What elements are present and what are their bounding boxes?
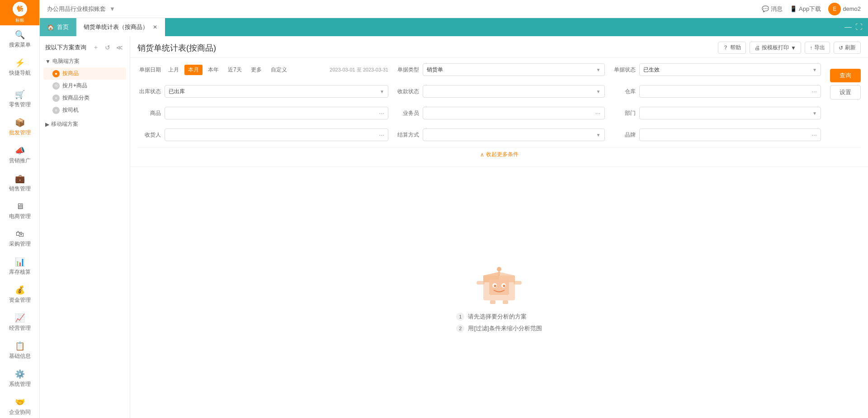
date-btn-this-month[interactable]: 本月 [184,65,203,75]
filter-group-warehouse: 仓库 ··· [612,85,821,98]
sidebar-item-basic[interactable]: 📋 基础信息 [0,337,39,365]
brand-more-icon[interactable]: ··· [811,131,817,138]
collapse-label: 收起更多条件 [486,151,519,158]
receiver-more-icon[interactable]: ··· [379,131,384,138]
sidebar-item-marketing[interactable]: 📣 营销推广 [0,141,39,169]
collapse-panel-btn[interactable]: ≪ [114,43,124,52]
date-label: 单据日期 [137,66,161,74]
salesperson-label: 业务员 [396,109,419,117]
sidebar-item-sales[interactable]: 💼 销售管理 [0,169,39,197]
ecommerce-icon: 🖥 [16,202,24,211]
tab-home[interactable]: 🏠 首页 [40,18,76,36]
svg-point-7 [503,285,505,287]
doc-type-dropdown-icon: ▼ [596,67,601,72]
user-area[interactable]: E demo2 [828,3,861,15]
receipt-status-control[interactable]: ▼ [423,85,605,98]
minimize-btn[interactable]: — [844,23,852,31]
receiver-control[interactable]: ··· [165,128,388,141]
sidebar-item-inventory[interactable]: 📊 库存核算 [0,252,39,280]
inventory-icon: 📊 [15,257,25,267]
sidebar-item-cooperation[interactable]: 🤝 企业协同 [0,393,39,418]
filter-group-doc-type: 单据类型 销货单 ▼ [396,63,605,76]
sidebar-item-retail[interactable]: 🛒 零售管理 [0,85,39,113]
industry-dropdown-icon[interactable]: ▼ [109,5,115,12]
message-btn[interactable]: 💬 消息 [762,5,783,13]
print-dropdown-icon: ▼ [791,45,796,51]
search-btn[interactable]: 查询 [830,69,861,82]
date-range-display: 2023-03-01 至 2023-03-31 [330,66,388,73]
sidebar-item-quicknav[interactable]: ⚡ 快捷导航 [0,53,39,81]
warehouse-control[interactable]: ··· [639,85,821,98]
by-cashier-label: 按司机 [62,106,79,114]
mobile-group-title[interactable]: ▶ 移动端方案 [43,118,126,130]
panel-item-by-category[interactable]: ≡ 按商品分类 [43,92,126,104]
doc-status-value: 已生效 [643,66,660,74]
close-tab-btn[interactable]: ✕ [153,24,157,30]
svg-rect-13 [514,281,522,285]
empty-hint-1: 1 请先选择要分析的方案 [456,313,542,321]
page-inner: 按以下方案查询 ＋ ↺ ≪ ▼ 电脑端方案 ● 按商品 [40,36,868,418]
page-content: 按以下方案查询 ＋ ↺ ≪ ▼ 电脑端方案 ● 按商品 [40,36,868,418]
date-btn-last-month[interactable]: 上月 [165,65,183,75]
topbar-left: 办公用品行业模拟账套 ▼ [47,5,115,13]
department-label: 部门 [612,109,636,117]
product-control[interactable]: ··· [165,107,388,119]
collapse-more-btn[interactable]: ∧ 收起更多条件 [137,147,861,161]
add-scheme-btn[interactable]: ＋ [91,43,101,52]
tab-sales-stats[interactable]: 销货单统计表（按商品） ✕ [76,18,165,36]
sidebar-item-finance[interactable]: 💰 资金管理 [0,280,39,309]
settings-btn[interactable]: 设置 [830,85,861,100]
print-btn[interactable]: 🖨 按模板打印 ▼ [750,42,801,54]
brand-label: 品牌 [612,131,636,139]
department-dropdown-icon: ▼ [812,111,817,116]
doc-status-label: 单据状态 [612,66,636,74]
maximize-btn[interactable]: ⛶ [855,23,863,31]
panel-item-by-product[interactable]: ● 按商品 [43,67,126,80]
filter-row-1: 单据日期 上月 本月 本年 近7天 更多 自定义 [137,63,821,76]
sidebar-item-purchase[interactable]: 🛍 采购管理 [0,225,39,252]
help-btn[interactable]: ？ 帮助 [718,42,746,54]
refresh-scheme-btn[interactable]: ↺ [103,43,113,52]
filter-area: 单据日期 上月 本月 本年 近7天 更多 自定义 [130,58,868,167]
filter-group-product: 商品 ··· [137,107,388,119]
sidebar-item-system[interactable]: ⚙️ 系统管理 [0,365,39,393]
svg-point-9 [497,267,501,271]
wholesale-icon: 📦 [15,118,25,128]
date-btn-this-year[interactable]: 本年 [204,65,222,75]
salesperson-control[interactable]: ··· [423,107,605,119]
sidebar-item-wholesale[interactable]: 📦 批发管理 [0,113,39,141]
refresh-btn[interactable]: ↺ 刷新 [834,42,861,54]
department-control[interactable]: ▼ [639,107,821,119]
doc-type-label: 单据类型 [396,66,419,74]
sidebar-item-search[interactable]: 🔍 搜索菜单 [0,25,39,53]
purchase-icon: 🛍 [16,229,24,239]
app-download-btn[interactable]: 📱 App下载 [790,5,821,13]
warehouse-more-icon[interactable]: ··· [811,88,817,95]
sidebar-item-operation[interactable]: 📈 经营管理 [0,309,39,337]
right-content: 销货单统计表(按商品) ？ 帮助 🖨 按模板打印 ▼ ↑ [130,36,868,418]
product-more-icon[interactable]: ··· [379,109,384,117]
salesperson-more-icon[interactable]: ··· [595,109,601,117]
payment-control[interactable]: ▼ [423,128,605,141]
sidebar-item-ecommerce[interactable]: 🖥 电商管理 [0,197,39,225]
panel-header: 按以下方案查询 ＋ ↺ ≪ [43,40,126,55]
panel-item-by-month-product[interactable]: ㊗ 按月+商品 [43,80,126,92]
panel-title: 按以下方案查询 [45,43,86,52]
panel-item-by-cashier[interactable]: ≡ 按司机 [43,104,126,116]
doc-type-value: 销货单 [427,66,443,74]
hint-text-2: 用[过滤]条件来缩小分析范围 [468,324,542,332]
logo[interactable]: 畅 标账 [0,0,39,25]
by-product-label: 按商品 [62,70,79,77]
date-btn-last-7days[interactable]: 近7天 [224,65,245,75]
logo-text: 畅 [17,5,23,13]
doc-type-control[interactable]: 销货单 ▼ [423,63,605,76]
export-btn[interactable]: ↑ 导出 [805,42,830,54]
product-label: 商品 [137,109,161,117]
pc-group-title[interactable]: ▼ 电脑端方案 [43,55,126,67]
out-status-control[interactable]: 已出库 ▼ [165,85,388,98]
home-icon: 🏠 [47,24,54,31]
date-btn-more[interactable]: 更多 [247,65,265,75]
doc-status-control[interactable]: 已生效 ▼ [639,63,821,76]
date-btn-custom[interactable]: 自定义 [267,65,291,75]
brand-control[interactable]: ··· [639,128,821,141]
